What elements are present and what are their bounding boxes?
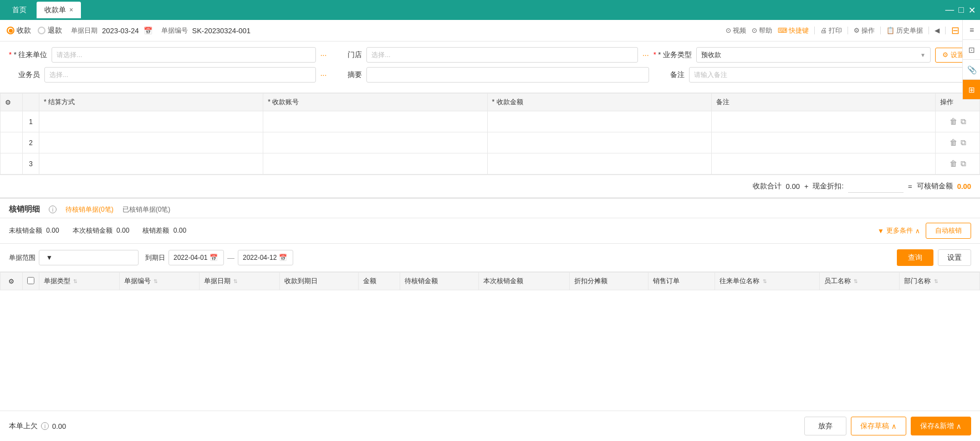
video-btn[interactable]: ⊙ 视频 bbox=[726, 26, 746, 35]
period-info-icon[interactable]: i bbox=[41, 422, 49, 430]
delete-icon-3[interactable]: 🗑 bbox=[950, 159, 957, 168]
date-end[interactable]: 2022-04-12 📅 bbox=[238, 250, 293, 265]
date-info: 单据日期 2023-03-24 📅 bbox=[71, 26, 152, 35]
reconcile-info-icon[interactable]: i bbox=[49, 206, 57, 213]
operations-btn[interactable]: ⚙ 操作 bbox=[854, 26, 875, 35]
settlement-input-3[interactable] bbox=[39, 153, 263, 174]
sort-dept-name[interactable]: ⇅ bbox=[934, 279, 938, 284]
radio-refund[interactable]: 退款 bbox=[38, 25, 62, 35]
business-type-select[interactable]: 预收款 ▼ bbox=[696, 47, 931, 63]
reconcile-stats: 未核销金额 0.00 本次核销金额 0.00 核销差额 0.00 ▼ 更多条件 … bbox=[0, 218, 980, 244]
radio-receipt-label: 收款 bbox=[17, 25, 31, 35]
amount-input-1[interactable] bbox=[488, 111, 711, 132]
bt-th-checkbox[interactable] bbox=[23, 273, 39, 290]
account-input-3[interactable] bbox=[263, 153, 487, 174]
row-account-3[interactable] bbox=[263, 153, 487, 175]
sidebar-icon-3[interactable]: 📎 bbox=[963, 60, 980, 80]
row-amount-3[interactable] bbox=[487, 153, 711, 175]
sort-doc-type[interactable]: ⇅ bbox=[73, 279, 78, 284]
remark-input[interactable] bbox=[689, 67, 971, 83]
copy-icon-1[interactable]: ⧉ bbox=[961, 117, 966, 126]
remark-input-3[interactable] bbox=[712, 153, 935, 174]
store-section: 门店 ··· bbox=[331, 47, 649, 63]
this-period-value: 0.00 bbox=[52, 422, 66, 430]
sort-partner-name[interactable]: ⇅ bbox=[763, 279, 767, 284]
print-btn[interactable]: 🖨 打印 bbox=[820, 26, 842, 35]
settlement-input-1[interactable] bbox=[39, 111, 263, 132]
row-settlement-2[interactable] bbox=[39, 132, 263, 153]
pending-tab[interactable]: 待核销单据(0笔) bbox=[65, 205, 114, 214]
th-gear[interactable]: ⚙ bbox=[1, 94, 23, 111]
row-account-1[interactable] bbox=[263, 111, 487, 132]
form-row-1: * 往来单位 ··· 门店 ··· * 业务类型 预收款 ▼ ⚙ 设置 bbox=[9, 47, 971, 63]
window-maximize[interactable]: □ bbox=[958, 5, 964, 15]
radio-refund-label: 退款 bbox=[48, 25, 62, 35]
calendar-icon[interactable]: 📅 bbox=[144, 27, 152, 35]
staff-input[interactable] bbox=[44, 67, 316, 83]
row-remark-3[interactable] bbox=[711, 153, 935, 175]
date-start[interactable]: 2022-04-01 📅 bbox=[169, 250, 224, 265]
tab-active[interactable]: 收款单 × bbox=[37, 2, 81, 18]
help-btn[interactable]: ⊙ 帮助 bbox=[752, 26, 772, 35]
bt-th-gear[interactable]: ⚙ bbox=[1, 273, 23, 290]
copy-icon-3[interactable]: ⧉ bbox=[961, 159, 966, 168]
bt-th-current: 本次核销金额 bbox=[479, 273, 570, 290]
chevron-up-icon: ∧ bbox=[915, 227, 920, 235]
due-date-label: 到期日 bbox=[145, 253, 165, 263]
tab-close-icon[interactable]: × bbox=[69, 6, 73, 14]
sort-staff-name[interactable]: ⇅ bbox=[854, 279, 858, 284]
remark-input-2[interactable] bbox=[712, 132, 935, 153]
delete-icon-1[interactable]: 🗑 bbox=[950, 117, 957, 126]
amount-input-2[interactable] bbox=[488, 132, 711, 153]
summary-input[interactable] bbox=[366, 67, 649, 83]
discard-button[interactable]: 放弃 bbox=[804, 417, 846, 435]
sidebar-icon-4[interactable]: ⊞ bbox=[963, 80, 980, 100]
partner-input[interactable] bbox=[52, 47, 315, 63]
radio-receipt[interactable]: 收款 bbox=[7, 25, 31, 35]
copy-icon-2[interactable]: ⧉ bbox=[961, 138, 966, 147]
business-type-value: 预收款 bbox=[701, 50, 721, 60]
window-close[interactable]: ✕ bbox=[968, 5, 976, 16]
row-account-2[interactable] bbox=[263, 132, 487, 153]
number-value: SK-20230324-001 bbox=[192, 27, 251, 35]
completed-tab[interactable]: 已核销单据(0笔) bbox=[122, 205, 171, 214]
save-new-button[interactable]: 保存&新增 ∧ bbox=[911, 417, 971, 435]
account-input-1[interactable] bbox=[263, 111, 487, 132]
discount-input[interactable] bbox=[848, 180, 904, 193]
sidebar-icon-1[interactable]: ≡ bbox=[963, 20, 980, 40]
table-gear-icon: ⚙ bbox=[5, 99, 11, 106]
remark-input-1[interactable] bbox=[712, 111, 935, 132]
divider5 bbox=[945, 27, 946, 34]
row-amount-1[interactable] bbox=[487, 111, 711, 132]
account-input-2[interactable] bbox=[263, 132, 487, 153]
row-remark-1[interactable] bbox=[711, 111, 935, 132]
query-button[interactable]: 查询 bbox=[897, 249, 933, 266]
delete-icon-2[interactable]: 🗑 bbox=[950, 138, 957, 147]
tab-home[interactable]: 首页 bbox=[4, 2, 34, 18]
row-remark-2[interactable] bbox=[711, 132, 935, 153]
save-draft-button[interactable]: 保存草稿 ∧ bbox=[851, 417, 906, 435]
amount-input-3[interactable] bbox=[488, 153, 711, 174]
row-amount-2[interactable] bbox=[487, 132, 711, 153]
sort-doc-date[interactable]: ⇅ bbox=[233, 279, 238, 284]
select-all-checkbox[interactable] bbox=[27, 277, 34, 284]
settlement-input-2[interactable] bbox=[39, 132, 263, 153]
bottom-left: 本单上欠 i 0.00 bbox=[9, 421, 66, 431]
sidebar-icon-2[interactable]: ⊡ bbox=[963, 40, 980, 60]
row-settlement-1[interactable] bbox=[39, 111, 263, 132]
row-settlement-3[interactable] bbox=[39, 153, 263, 175]
prev-btn[interactable]: ◀ bbox=[935, 27, 940, 34]
store-input[interactable] bbox=[366, 47, 638, 63]
shortcuts-btn[interactable]: ⌨ 快捷键 bbox=[778, 26, 809, 35]
window-minimize[interactable]: — bbox=[945, 5, 954, 15]
auto-reconcile-btn[interactable]: 自动核销 bbox=[926, 223, 971, 239]
layout-icon[interactable]: ⊟ bbox=[951, 24, 959, 37]
history-btn[interactable]: 📋 历史单据 bbox=[886, 26, 923, 35]
staff-more-btn[interactable]: ··· bbox=[320, 70, 327, 79]
filter-setting-button[interactable]: 设置 bbox=[938, 249, 971, 266]
partner-more-btn[interactable]: ··· bbox=[320, 50, 327, 59]
sort-doc-number[interactable]: ⇅ bbox=[154, 279, 158, 284]
store-more-btn[interactable]: ··· bbox=[642, 50, 649, 59]
range-select[interactable]: ▼ bbox=[39, 250, 139, 265]
more-conditions-btn[interactable]: ▼ 更多条件 ∧ bbox=[877, 226, 920, 235]
